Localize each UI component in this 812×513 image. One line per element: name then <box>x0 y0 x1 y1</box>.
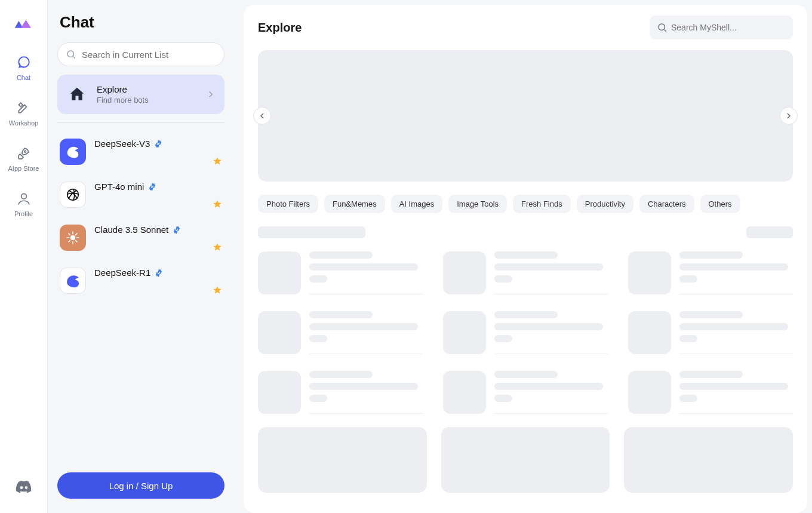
bot-item[interactable]: Claude 3.5 Sonnet <box>57 216 224 259</box>
bot-name: GPT-4o mini <box>94 182 144 192</box>
skeleton <box>309 323 418 330</box>
nav-label: Workshop <box>9 119 38 127</box>
skeleton <box>309 395 327 402</box>
logo <box>14 17 34 31</box>
divider <box>57 122 224 123</box>
user-icon <box>16 191 32 207</box>
search-icon <box>66 49 76 60</box>
nav-label: Profile <box>14 210 33 217</box>
skeleton <box>679 275 697 282</box>
skeleton <box>494 311 558 318</box>
bottom-tiles <box>258 427 793 493</box>
tools-icon <box>16 100 31 116</box>
explore-card[interactable]: Explore Find more bots <box>57 75 224 114</box>
grid-cell <box>258 311 423 354</box>
svg-point-2 <box>21 193 26 199</box>
nav-item-chat[interactable]: Chat <box>16 55 32 81</box>
star-icon <box>213 242 222 252</box>
explore-subtitle: Find more bots <box>97 96 149 105</box>
skeleton <box>628 311 671 354</box>
content-grid <box>258 251 793 414</box>
skeleton <box>679 371 743 378</box>
skeleton <box>494 395 512 402</box>
skeleton <box>309 335 327 342</box>
nav-item-profile[interactable]: Profile <box>14 191 33 217</box>
grid-cell <box>443 371 608 414</box>
grid-cell <box>258 251 423 294</box>
skeleton <box>679 395 697 402</box>
star-icon <box>213 285 222 295</box>
svg-point-1 <box>24 150 26 152</box>
bot-item[interactable]: GPT-4o mini <box>57 173 224 216</box>
skeleton-tile <box>441 427 610 493</box>
chip[interactable]: Others <box>700 195 740 213</box>
svg-point-3 <box>67 51 74 57</box>
chip[interactable]: Fun&Memes <box>324 195 385 213</box>
verified-icon <box>172 225 182 235</box>
skeleton <box>494 323 603 330</box>
chat-search <box>57 42 224 66</box>
search-icon <box>657 22 668 33</box>
skeleton <box>443 311 486 354</box>
skeleton <box>494 275 512 282</box>
skeleton <box>746 226 793 238</box>
section-header <box>258 226 793 238</box>
bot-name: DeepSeek-V3 <box>94 139 150 149</box>
skeleton <box>309 383 418 390</box>
grid-cell <box>628 371 793 414</box>
chevron-right-icon <box>205 89 216 100</box>
skeleton-tile <box>624 427 793 493</box>
nav-item-workshop[interactable]: Workshop <box>9 100 38 127</box>
skeleton <box>309 371 373 378</box>
chat-title: Chat <box>57 13 224 32</box>
skeleton <box>494 263 603 271</box>
skeleton <box>679 383 788 390</box>
login-button[interactable]: Log in / Sign Up <box>57 472 224 499</box>
skeleton <box>443 251 486 294</box>
skeleton <box>309 311 373 318</box>
explore-title: Explore <box>97 84 149 94</box>
grid-cell <box>258 371 423 414</box>
bot-item[interactable]: DeepSeek-R1 <box>57 259 224 302</box>
rocket-icon <box>16 146 31 161</box>
main: Explore Photo Filters Fun&Memes AI Image… <box>234 0 812 513</box>
star-icon <box>213 199 222 209</box>
star-icon <box>213 156 222 166</box>
bot-avatar <box>60 182 86 208</box>
bot-avatar <box>60 225 86 251</box>
bot-avatar <box>60 139 86 165</box>
bot-item[interactable]: DeepSeek-V3 <box>57 130 224 173</box>
nav-label: Chat <box>17 74 30 81</box>
chat-panel: Chat Explore Find more bots DeepSeek-V3 <box>48 0 234 513</box>
skeleton <box>258 226 365 238</box>
chip[interactable]: Image Tools <box>448 195 507 213</box>
skeleton <box>309 263 418 271</box>
grid-cell <box>443 251 608 294</box>
skeleton <box>679 311 743 318</box>
chip[interactable]: Characters <box>639 195 694 213</box>
banner-prev-button[interactable] <box>253 107 271 125</box>
chat-search-input[interactable] <box>57 42 224 66</box>
skeleton <box>258 311 301 354</box>
skeleton <box>679 251 743 259</box>
discord-icon[interactable] <box>16 481 32 494</box>
bot-name: Claude 3.5 Sonnet <box>94 225 168 235</box>
nav-item-store[interactable]: AIpp Store <box>8 146 39 172</box>
main-search-input[interactable] <box>650 16 793 39</box>
skeleton <box>494 251 558 259</box>
home-icon <box>66 83 88 106</box>
chip[interactable]: Photo Filters <box>258 195 318 213</box>
skeleton <box>258 371 301 414</box>
banner-next-button[interactable] <box>780 107 798 125</box>
chip[interactable]: Fresh Finds <box>513 195 571 213</box>
skeleton-tile <box>258 427 427 493</box>
grid-cell <box>443 311 608 354</box>
svg-point-6 <box>659 24 665 30</box>
main-search <box>650 16 793 39</box>
chip[interactable]: Productivity <box>577 195 633 213</box>
skeleton <box>494 335 512 342</box>
nav-label: AIpp Store <box>8 165 39 172</box>
chip[interactable]: AI Images <box>391 195 443 213</box>
svg-point-5 <box>71 236 75 240</box>
page-title: Explore <box>258 21 302 35</box>
